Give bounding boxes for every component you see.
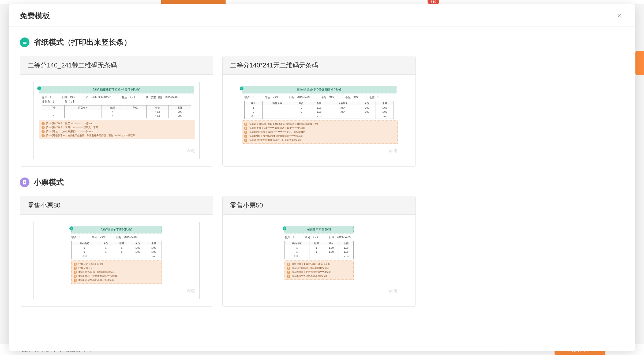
modal-body[interactable]: 省纸模式（打印出来竖长条） 二等分140_241带二维码无条码 1[title]… xyxy=(9,27,635,351)
preview-table: 商品名称单位数量单价金额1111.001.001111.001.00合计2.00 xyxy=(71,241,162,259)
svg-rect-0 xyxy=(23,41,26,41)
side-tab[interactable] xyxy=(635,51,644,75)
template-card-title: 零售小票50 xyxy=(223,196,415,215)
template-preview: 1[title] 畅捷通打印模板 销售订单[/title]客户：1日期：XXX2… xyxy=(33,82,200,159)
template-card-tpl-receipt-50[interactable]: 零售小票50 1e]销货单零售50[/ti客户：1单号：XXX日期：2019-0… xyxy=(222,196,416,307)
template-card-body: 1[title] 畅捷通打印模板 销售订单[/title]客户：1日期：XXX2… xyxy=(20,75,213,166)
template-card-title: 零售小票80 xyxy=(20,196,213,215)
template-preview: 1[title]销货单零售80[/title]客户：1单号：XXX日期：2019… xyxy=(33,222,200,299)
preview-title: 1e]销货单零售50[/ti xyxy=(284,226,354,233)
preview-table: 商品名称数量单价金额111.001.00111.001.00合计：2.00 xyxy=(284,241,354,259)
section-header: 小票模式 xyxy=(20,177,624,187)
section-header: 省纸模式（打印出来竖长条） xyxy=(20,37,624,47)
section-paper-save: 省纸模式（打印出来竖长条） 二等分140_241带二维码无条码 1[title]… xyxy=(20,37,624,167)
preview-meta: 客户：1单号：XXX日期：2019-04-09 xyxy=(284,236,354,239)
template-card-tpl-140-241-noqr[interactable]: 二等分140*241无二维码无条码 1[title]畅捷通打印模板 销货单[/t… xyxy=(222,56,416,167)
template-card-body: 1e]销货单零售50[/ti客户：1单号：XXX日期：2019-04-09商品名… xyxy=(223,215,415,306)
preview-title: 1[title] 畅捷通打印模板 销售订单[/title] xyxy=(39,86,194,93)
card-row: 零售小票80 1[title]销货单零售80[/title]客户：1单号：XXX… xyxy=(20,196,624,307)
preview-footer: 1收款金额：1 收款日期：2019-04-092[foot1]联系电话：8243… xyxy=(284,260,354,280)
preview-meta: 客户：1单号：XXX日期：2019-04-09 xyxy=(71,236,162,239)
modal-title: 免费模板 xyxy=(20,11,50,21)
preview-meta: 客户：1日期：XXX2019-04-09 13:04:22备注：XXX预计交货日… xyxy=(42,96,191,104)
section-title: 省纸模式（打印出来竖长条） xyxy=(34,37,131,47)
preview-watermark: 表尾 xyxy=(389,148,398,154)
section-receipt: 小票模式 零售小票80 1[title]销货单零售80[/title]客户：1单… xyxy=(20,177,624,307)
preview-watermark: 表尾 xyxy=(389,288,398,294)
template-card-title: 二等分140*241无二维码无条码 xyxy=(223,56,415,75)
template-card-body: 1[title]畅捷通打印模板 销货单[/title]客户：1电话：XXX日期：… xyxy=(223,75,415,166)
svg-rect-1 xyxy=(23,42,26,43)
preview-footer: 1[foot1] 座机电话：010-82430001 联系电话：010-8243… xyxy=(242,120,398,144)
template-preview: 1[title]畅捷通打印模板 销货单[/title]客户：1电话：XXX日期：… xyxy=(236,82,402,159)
preview-footer: 1[foot1]银行账号：张三 6228***********([/foot1]… xyxy=(39,120,195,139)
preview-footer: 1收款日期：2019-04-092收款金额：13[foot1]联系电话：8243… xyxy=(71,260,162,284)
template-card-tpl-140-241-qr[interactable]: 二等分140_241带二维码无条码 1[title] 畅捷通打印模板 销售订单[… xyxy=(20,56,213,167)
preview-title: 1[title]畅捷通打印模板 销货单[/title] xyxy=(242,86,396,93)
preview-table: 序号商品名称单位数量包装数量单价金额111.00XXX1.001.00211.0… xyxy=(244,101,394,119)
backdrop-top xyxy=(0,0,644,4)
preview-title: 1[title]销货单零售80[/title] xyxy=(71,226,162,233)
receipt-icon xyxy=(20,178,29,187)
preview-watermark: 表尾 xyxy=(186,148,195,154)
close-icon xyxy=(616,13,622,19)
notification-badge: 610 xyxy=(428,0,439,4)
preview-watermark: 表尾 xyxy=(186,288,195,294)
preview-table: 序号商品名称数量单位单价备注1111.00XXX2111.00XXX xyxy=(42,105,191,118)
card-row: 二等分140_241带二维码无条码 1[title] 畅捷通打印模板 销售订单[… xyxy=(20,56,624,167)
template-preview: 1e]销货单零售50[/ti客户：1单号：XXX日期：2019-04-09商品名… xyxy=(236,222,402,299)
template-modal: 免费模板 省纸模式（打印出来竖长条） 二等分140_241带二维码无条码 1[t… xyxy=(9,4,635,351)
backdrop-orange-segment xyxy=(161,0,226,4)
template-card-title: 二等分140_241带二维码无条码 xyxy=(20,56,213,75)
preview-meta: 客户：1电话：XXX日期：2019-04-09单号：XXX备注：XXX仓库：1 xyxy=(244,96,394,99)
svg-rect-2 xyxy=(23,43,26,44)
list-icon xyxy=(20,37,29,47)
close-button[interactable] xyxy=(615,11,624,21)
template-card-body: 1[title]销货单零售80[/title]客户：1单号：XXX日期：2019… xyxy=(20,215,213,306)
section-title: 小票模式 xyxy=(34,177,64,187)
template-card-tpl-receipt-80[interactable]: 零售小票80 1[title]销货单零售80[/title]客户：1单号：XXX… xyxy=(20,196,213,307)
modal-header: 免费模板 xyxy=(9,4,635,27)
